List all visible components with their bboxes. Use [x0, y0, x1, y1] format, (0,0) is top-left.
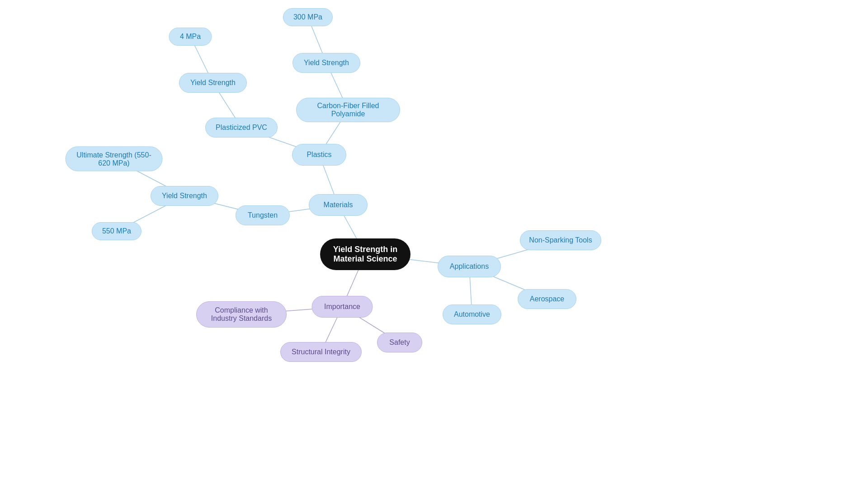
- node-carbon_fiber[interactable]: Carbon-Fiber Filled Polyamide: [296, 98, 400, 122]
- node-center[interactable]: Yield Strength in Material Science: [320, 238, 410, 270]
- node-aerospace[interactable]: Aerospace: [518, 289, 576, 309]
- connections-svg: [0, 0, 868, 490]
- node-applications[interactable]: Applications: [438, 256, 501, 277]
- mind-map: Yield Strength in Material ScienceMateri…: [0, 0, 868, 490]
- node-ultimate_strength[interactable]: Ultimate Strength (550-620 MPa): [66, 147, 163, 171]
- node-plastics[interactable]: Plastics: [292, 144, 346, 166]
- node-mpa_4[interactable]: 4 MPa: [169, 28, 212, 46]
- node-plasticized_pvc[interactable]: Plasticized PVC: [205, 118, 278, 138]
- node-yield_strength_t[interactable]: Yield Strength: [151, 186, 218, 206]
- node-compliance[interactable]: Compliance with Industry Standards: [196, 301, 287, 328]
- node-non_sparking[interactable]: Non-Sparking Tools: [520, 230, 601, 250]
- node-mpa_300[interactable]: 300 MPa: [283, 8, 333, 26]
- node-automotive[interactable]: Automotive: [443, 304, 501, 324]
- node-importance[interactable]: Importance: [312, 296, 373, 318]
- node-mpa_550[interactable]: 550 MPa: [92, 222, 142, 240]
- node-materials[interactable]: Materials: [309, 194, 368, 216]
- node-yield_strength_cf[interactable]: Yield Strength: [292, 53, 360, 73]
- node-yield_strength_pvc[interactable]: Yield Strength: [179, 73, 247, 93]
- node-safety[interactable]: Safety: [377, 333, 422, 352]
- node-tungsten[interactable]: Tungsten: [236, 205, 290, 225]
- node-structural_integrity[interactable]: Structural Integrity: [280, 342, 362, 362]
